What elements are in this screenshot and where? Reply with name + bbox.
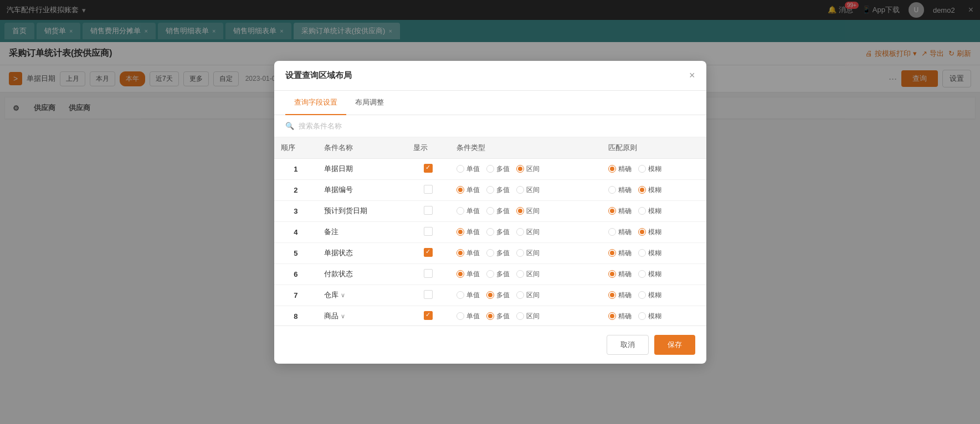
dialog-tab-layout[interactable]: 布局调整 <box>346 91 393 115</box>
dialog-tab-fields[interactable]: 查询字段设置 <box>285 91 346 115</box>
dialog: 设置查询区域布局 × 查询字段设置 布局调整 🔍 顺序 条件名称 显示 条件类型 <box>274 61 706 125</box>
dialog-title: 设置查询区域布局 <box>285 70 352 81</box>
search-row: 🔍 <box>274 115 706 125</box>
dialog-overlay: 设置查询区域布局 × 查询字段设置 布局调整 🔍 顺序 条件名称 显示 条件类型 <box>0 0 980 124</box>
search-input[interactable] <box>299 122 409 125</box>
dialog-tabs: 查询字段设置 布局调整 <box>274 91 706 115</box>
dialog-close-btn[interactable]: × <box>689 70 695 81</box>
dialog-header: 设置查询区域布局 × <box>274 61 706 91</box>
search-icon: 🔍 <box>285 122 294 125</box>
